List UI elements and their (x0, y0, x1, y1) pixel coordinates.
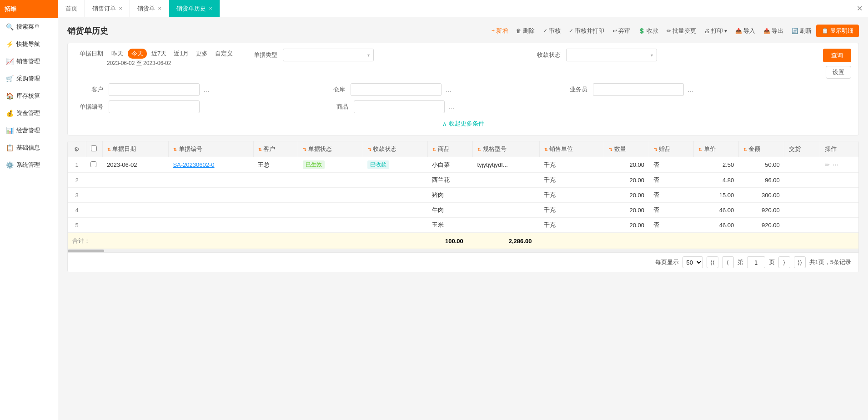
tab-close-sales-goods[interactable]: ✕ (158, 0, 161, 17)
unit-col-header[interactable]: ⇅ 销售单位 (539, 141, 604, 157)
tab-sales-order[interactable]: 销售订单 ✕ (85, 0, 130, 17)
check-icon: ✓ (543, 28, 547, 34)
spec-col-header[interactable]: ⇅ 规格型号 (473, 141, 540, 157)
table-settings-icon[interactable]: ⚙ (74, 146, 80, 153)
page-last-button[interactable]: ⟩⟩ (794, 256, 806, 268)
refresh-button[interactable]: 🔄 刷新 (788, 25, 815, 37)
delete-button[interactable]: 🗑 删除 (512, 25, 538, 37)
sidebar-item-operations[interactable]: 📊 经营管理 (0, 122, 58, 139)
row-pay-status (363, 173, 427, 188)
doc-no-input[interactable] (109, 100, 200, 113)
row-gear: 2 (68, 173, 86, 188)
collapse-button[interactable]: ∧ 收起更多条件 (75, 118, 851, 130)
query-button[interactable]: 查询 (823, 49, 851, 62)
batch-change-button[interactable]: ✏ 批量变更 (663, 25, 700, 37)
date-custom[interactable]: 自定义 (212, 49, 236, 59)
row-doc-no[interactable] (168, 173, 253, 188)
abandon-button[interactable]: ↩ 弃审 (609, 25, 634, 37)
payment-status-select[interactable]: ▾ (566, 49, 657, 61)
row-doc-no[interactable] (168, 203, 253, 218)
page-first-button[interactable]: ⟨⟨ (707, 256, 718, 268)
date-yesterday[interactable]: 昨天 (109, 49, 126, 59)
row-checkbox-cell[interactable] (86, 157, 102, 173)
row-checkbox-cell[interactable] (86, 173, 102, 188)
sidebar-item-sys-manage[interactable]: ⚙️ 系统管理 (0, 156, 58, 174)
doc-status-col-header[interactable]: ⇅ 单据状态 (298, 141, 363, 157)
product-dots[interactable]: … (448, 103, 455, 110)
footer-total-amount: 2,286.00 (509, 238, 532, 245)
doc-type-select[interactable]: ▾ (283, 49, 374, 61)
more-row-icon[interactable]: ⋯ (833, 161, 838, 168)
import-button[interactable]: 📥 导入 (732, 25, 759, 37)
sidebar-item-quick-nav[interactable]: ⚡ 快捷导航 (0, 35, 58, 53)
product-col-header[interactable]: ⇅ 商品 (427, 141, 472, 157)
row-checkbox-cell[interactable] (86, 203, 102, 218)
pay-status-badge: 已收款 (367, 160, 389, 169)
page-prev-button[interactable]: ⟨ (722, 256, 734, 268)
date-more[interactable]: 更多 (193, 49, 211, 59)
customer-col-header[interactable]: ⇅ 客户 (253, 141, 298, 157)
page-next-button[interactable]: ⟩ (778, 256, 790, 268)
salesperson-dots[interactable]: … (687, 86, 694, 93)
per-page-select[interactable]: 50 (682, 256, 703, 268)
sidebar-item-search-menu[interactable]: 🔍 搜索菜单 (0, 18, 58, 35)
edit-row-icon[interactable]: ✏ (825, 161, 830, 168)
set-button[interactable]: 设置 (826, 66, 851, 79)
date-last7[interactable]: 近7天 (149, 49, 169, 59)
doc-no-col-header[interactable]: ⇅ 单据编号 (168, 141, 253, 157)
collect-button[interactable]: 💲 收款 (635, 25, 662, 37)
audit-print-button[interactable]: ✓ 审核并打印 (565, 25, 608, 37)
tab-sales-goods[interactable]: 销货单 ✕ (130, 0, 169, 17)
product-input[interactable] (354, 100, 445, 113)
price-col-header[interactable]: ⇅ 单价 (694, 141, 739, 157)
tab-home[interactable]: 首页 (58, 0, 85, 17)
row-doc-no[interactable]: SA-20230602-0 (168, 157, 253, 173)
sidebar-item-purchase[interactable]: 🛒 采购管理 (0, 70, 58, 87)
audit-button[interactable]: ✓ 审核 (539, 25, 564, 37)
customer-dots[interactable]: … (203, 86, 210, 93)
sidebar-item-sales[interactable]: 📈 销售管理 (0, 53, 58, 70)
qty-col-header[interactable]: ⇅ 数量 (604, 141, 649, 157)
gear-icon: ⚙️ (5, 161, 14, 169)
row-date (102, 218, 168, 233)
plus-icon: + (492, 28, 495, 34)
print-button[interactable]: 🖨 打印 ▾ (701, 25, 731, 37)
product-label: 商品 (320, 103, 352, 111)
sidebar-item-basic-info[interactable]: 📋 基础信息 (0, 139, 58, 156)
select-all-checkbox[interactable] (91, 145, 97, 151)
page-number-input[interactable] (747, 256, 765, 268)
doc-no-link[interactable]: SA-20230602-0 (173, 161, 214, 168)
date-today[interactable]: 今天 (128, 49, 147, 59)
scrollbar-thumb[interactable] (68, 250, 104, 252)
row-date: 2023-06-02 (102, 157, 168, 173)
tab-close-sales-history[interactable]: ✕ (209, 0, 212, 17)
show-detail-button[interactable]: 📋 显示明细 (816, 25, 859, 37)
customer-input[interactable] (109, 83, 200, 96)
settings-col-header[interactable]: ⚙ (68, 141, 86, 157)
row-doc-no[interactable] (168, 218, 253, 233)
table-row: 5 玉米 千克 20.00 否 46.00 920.00 (68, 218, 858, 233)
salesperson-label: 业务员 (559, 85, 591, 94)
row-checkbox[interactable] (90, 161, 96, 167)
new-button[interactable]: + 新增 (488, 25, 512, 37)
warehouse-dots[interactable]: … (445, 86, 452, 93)
row-checkbox-cell[interactable] (86, 218, 102, 233)
amount-col-header[interactable]: ⇅ 金额 (738, 141, 784, 157)
warehouse-input[interactable] (351, 83, 442, 96)
row-checkbox-cell[interactable] (86, 188, 102, 203)
tab-close-sales-order[interactable]: ✕ (119, 0, 122, 17)
tab-sales-history[interactable]: 销货单历史 ✕ (169, 0, 220, 17)
date-col-header[interactable]: ⇅ 单据日期 (102, 141, 168, 157)
checkbox-col-header[interactable] (86, 141, 102, 157)
data-table-container: ⚙ ⇅ 单据日期 ⇅ 单据编号 (67, 141, 859, 272)
gift-col-header[interactable]: ⇅ 赠品 (649, 141, 694, 157)
salesperson-input[interactable] (593, 83, 684, 96)
row-doc-no[interactable] (168, 188, 253, 203)
pay-status-col-header[interactable]: ⇅ 收款状态 (363, 141, 427, 157)
date-last-month[interactable]: 近1月 (171, 49, 191, 59)
window-close-button[interactable]: ✕ (857, 4, 863, 13)
sidebar-item-inventory[interactable]: 🏠 库存核算 (0, 87, 58, 105)
sidebar-item-finance[interactable]: 💰 资金管理 (0, 105, 58, 122)
export-button[interactable]: 📤 导出 (760, 25, 787, 37)
horizontal-scrollbar[interactable] (68, 249, 858, 252)
